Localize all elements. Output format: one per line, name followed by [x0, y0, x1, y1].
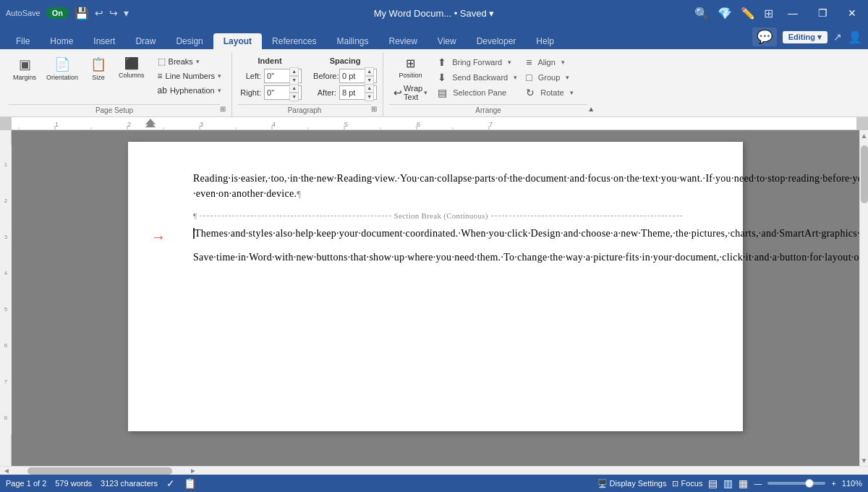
redo-icon[interactable]: ↪ — [109, 7, 118, 19]
spacing-before-input[interactable]: 0 pt ▲ ▼ — [339, 69, 377, 83]
tab-references[interactable]: References — [262, 33, 326, 49]
margins-button[interactable]: ▣ Margins — [9, 55, 41, 83]
line-numbers-icon: ≡ — [158, 71, 163, 81]
cursor-indicator: → — [151, 226, 166, 247]
tab-layout[interactable]: Layout — [213, 33, 262, 49]
search-icon[interactable]: 🔍 — [694, 7, 709, 20]
scroll-down-arrow[interactable]: ▼ — [859, 455, 868, 466]
save-icon[interactable]: 💾 — [75, 7, 89, 20]
indent-right-down[interactable]: ▼ — [289, 93, 299, 101]
tab-view[interactable]: View — [427, 33, 467, 49]
rotate-button[interactable]: ↻ Rotate ▾ — [523, 85, 576, 100]
comments-icon[interactable]: 💬 — [752, 27, 777, 46]
paragraph-label: Paragraph — [238, 104, 371, 116]
selection-pane-button[interactable]: ▤ Selection Pane — [435, 85, 520, 100]
tab-file[interactable]: File — [6, 33, 40, 49]
undo-icon[interactable]: ↩ — [95, 7, 103, 19]
tab-mailings[interactable]: Mailings — [326, 33, 378, 49]
display-settings-btn[interactable]: 🖥️ Display Settings — [597, 479, 667, 488]
spacing-after-input[interactable]: 8 pt ▲ ▼ — [339, 85, 377, 100]
screen-icon[interactable]: ⊞ — [764, 7, 773, 20]
minimize-btn[interactable]: — — [782, 7, 804, 19]
char-count[interactable]: 3123 characters — [101, 479, 158, 488]
maximize-btn[interactable]: ❐ — [812, 7, 833, 19]
page-setup-expand[interactable]: ⊞ — [220, 105, 226, 115]
scroll-thumb-v[interactable] — [861, 145, 868, 203]
paragraph-expand[interactable]: ⊞ — [371, 105, 377, 115]
vertical-scrollbar: ▲ ▼ — [859, 130, 868, 466]
group-button[interactable]: □ Group ▾ — [523, 70, 576, 85]
zoom-slider[interactable] — [767, 482, 825, 485]
tab-draw[interactable]: Draw — [125, 33, 166, 49]
wrap-text-icon: ↩ — [393, 87, 402, 98]
align-icon: ≡ — [526, 56, 532, 68]
wrap-text-button[interactable]: ↩ WrapText ▾ — [389, 82, 432, 103]
tab-help[interactable]: Help — [526, 33, 564, 49]
indent-left-label: Left: — [238, 72, 261, 80]
document-page: Reading·is·easier,·too,·in·the·new·Readi… — [128, 142, 743, 431]
autosave-toggle[interactable]: On — [46, 7, 69, 19]
user-icon[interactable]: 👤 — [848, 30, 862, 44]
spacing-after-down[interactable]: ▼ — [365, 93, 374, 101]
arrange-group: ⊞ Position ↩ WrapText ▾ ⬆ Bring Forward … — [383, 52, 600, 116]
indent-left-input[interactable]: 0" ▲ ▼ — [264, 69, 302, 83]
svg-text:7: 7 — [489, 121, 493, 128]
document-area: Reading·is·easier,·too,·in·the·new·Readi… — [12, 130, 859, 466]
view-icon-1[interactable]: ▤ — [708, 478, 718, 489]
page-setup-label: Page Setup — [9, 104, 220, 116]
orientation-button[interactable]: 📄 Orientation — [42, 55, 82, 83]
scroll-left-arrow[interactable]: ◄ — [0, 467, 13, 475]
position-button[interactable]: ⊞ Position — [393, 55, 429, 81]
svg-text:1: 1 — [4, 161, 7, 168]
zoom-level[interactable]: 110% — [842, 479, 862, 488]
align-button[interactable]: ≡ Align ▾ — [523, 55, 576, 69]
scroll-right-arrow[interactable]: ► — [187, 467, 200, 475]
size-button[interactable]: 📋 Size — [84, 55, 113, 83]
paragraph-3: Save·time·in·Word·with·new·buttons·that·… — [193, 250, 685, 265]
editing-dropdown[interactable]: Editing ▾ — [783, 31, 827, 43]
indent-section: Indent Left: 0" ▲ ▼ Right: — [238, 56, 302, 100]
svg-text:2: 2 — [4, 198, 7, 204]
word-count[interactable]: 579 words — [55, 479, 92, 488]
view-icon-3[interactable]: ▦ — [739, 478, 748, 489]
customize-icon[interactable]: ▾ — [124, 7, 129, 19]
svg-text:5: 5 — [4, 306, 7, 313]
arrange-expand[interactable]: ▲ — [587, 105, 595, 115]
zoom-in-btn[interactable]: + — [831, 479, 835, 488]
close-btn[interactable]: ✕ — [842, 7, 862, 19]
indent-right-input[interactable]: 0" ▲ ▼ — [264, 85, 302, 100]
paragraph-2: → Themes·and·styles·also·help·keep·your·… — [193, 226, 685, 241]
pen-icon[interactable]: ✏️ — [741, 7, 755, 20]
tab-insert[interactable]: Insert — [83, 33, 125, 49]
tab-developer[interactable]: Developer — [467, 33, 527, 49]
send-backward-button[interactable]: ⬇ Send Backward ▾ — [435, 70, 520, 85]
track-changes-icon[interactable]: 📋 — [184, 478, 196, 489]
line-numbers-button[interactable]: ≡ Line Numbers ▾ — [153, 69, 226, 82]
orientation-icon: 📄 — [54, 56, 70, 72]
tab-design[interactable]: Design — [166, 33, 213, 49]
hyphenation-button[interactable]: ab Hyphenation ▾ — [153, 84, 226, 97]
breaks-button[interactable]: ⬚ Breaks ▾ — [153, 55, 226, 68]
diamond-icon[interactable]: 💎 — [718, 7, 732, 20]
section-break: ¶ Section Break (Continuous) — [193, 210, 685, 222]
svg-text:3: 3 — [4, 234, 7, 240]
tab-home[interactable]: Home — [40, 33, 83, 49]
columns-button[interactable]: ⬛ Columns — [114, 55, 149, 81]
indent-left-up[interactable]: ▲ — [289, 67, 299, 76]
page-indicator[interactable]: Page 1 of 2 — [6, 479, 46, 488]
focus-btn[interactable]: ⊡ Focus — [672, 479, 702, 488]
tab-review[interactable]: Review — [378, 33, 427, 49]
scroll-thumb-h[interactable] — [27, 467, 172, 475]
zoom-out-btn[interactable]: — — [754, 479, 762, 488]
spell-check-icon[interactable]: ✓ — [166, 478, 175, 489]
view-icon-2[interactable]: ▥ — [723, 478, 733, 489]
share-icon[interactable]: ↗ — [833, 31, 842, 43]
indent-title: Indent — [238, 56, 302, 65]
svg-text:6: 6 — [4, 342, 7, 349]
indent-right-up[interactable]: ▲ — [289, 84, 299, 93]
spacing-before-up[interactable]: ▲ — [365, 67, 374, 76]
bring-forward-button[interactable]: ⬆ Bring Forward ▾ — [435, 55, 520, 69]
columns-icon: ⬛ — [124, 56, 139, 70]
scroll-up-arrow[interactable]: ▲ — [859, 130, 868, 141]
spacing-after-up[interactable]: ▲ — [365, 84, 374, 93]
